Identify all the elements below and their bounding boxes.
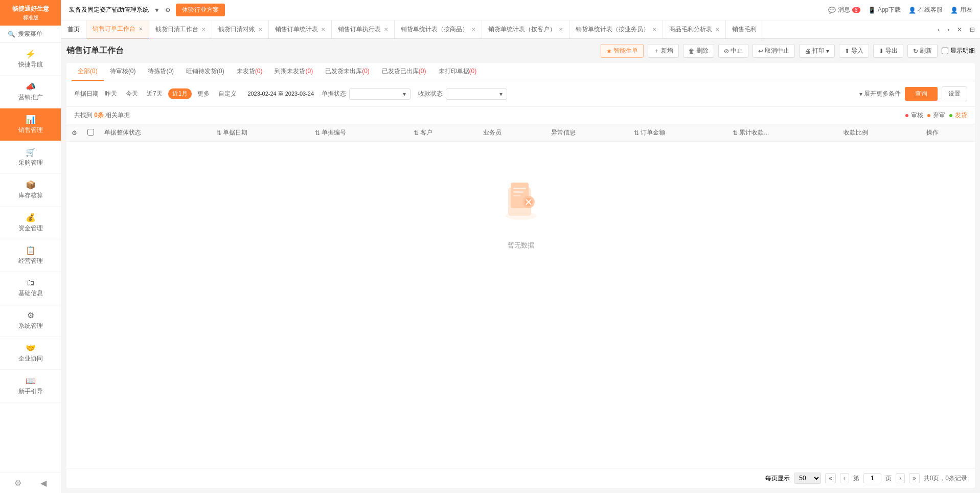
tab-sales-summary-customer[interactable]: 销货单统计表（按客户） ✕ bbox=[482, 20, 569, 39]
filter-tab-not-shipped[interactable]: 未发货(0) bbox=[231, 63, 269, 81]
tab-label: 钱货日清工作台 bbox=[155, 25, 198, 34]
stop-button[interactable]: ⊘ 中止 bbox=[718, 44, 748, 58]
ship-action[interactable]: 发货 bbox=[949, 111, 967, 120]
filter-tab-pending-review[interactable]: 待审核(0) bbox=[104, 63, 142, 81]
sidebar-item-operation[interactable]: 📋 经营管理 bbox=[0, 239, 61, 272]
audit-action[interactable]: 审核 bbox=[905, 111, 923, 120]
tab-cash-daily[interactable]: 钱货日清工作台 ✕ bbox=[149, 20, 212, 39]
tab-close-icon[interactable]: ✕ bbox=[139, 26, 143, 32]
sidebar-item-enterprise[interactable]: 🤝 企业协同 bbox=[0, 337, 61, 370]
shortcut-today[interactable]: 今天 bbox=[123, 88, 141, 99]
th-number[interactable]: ⇅ 单据编号 bbox=[310, 124, 408, 142]
page-input[interactable] bbox=[863, 473, 881, 483]
query-button[interactable]: 查询 bbox=[905, 87, 938, 101]
sidebar-item-system[interactable]: ⚙ 系统管理 bbox=[0, 304, 61, 337]
sidebar-item-sales[interactable]: 📊 销售管理 bbox=[0, 108, 61, 141]
import-button[interactable]: ⬆ 导入 bbox=[839, 44, 869, 58]
tab-next-arrow[interactable]: › bbox=[945, 25, 952, 34]
status-select[interactable]: ▾ bbox=[349, 88, 411, 100]
payment-select[interactable]: ▾ bbox=[446, 88, 507, 100]
per-page-select[interactable]: 10 20 50 100 bbox=[794, 473, 821, 484]
online-service-item[interactable]: 👤 在线客服 bbox=[908, 6, 943, 14]
sidebar-item-purchase[interactable]: 🛒 采购管理 bbox=[0, 141, 61, 174]
filter-actions: ▾ 展开更多条件 查询 设置 bbox=[859, 86, 967, 101]
filter-tab-wangpu[interactable]: 旺铺待发货(0) bbox=[180, 63, 231, 81]
tab-home[interactable]: 首页 bbox=[61, 20, 86, 39]
system-dropdown[interactable]: ▼ bbox=[154, 7, 160, 14]
show-detail-checkbox-wrapper[interactable]: 显示明细 bbox=[942, 47, 975, 55]
th-amount[interactable]: ⇅ 订单金额 bbox=[629, 124, 727, 142]
setting-button[interactable]: 设置 bbox=[942, 86, 967, 101]
sidebar-item-search[interactable]: 🔍 搜索菜单 bbox=[0, 26, 61, 43]
th-settings[interactable]: ⚙ bbox=[66, 124, 82, 142]
filter-tab-shipped-out[interactable]: 已发货已出库(0) bbox=[376, 63, 432, 81]
export-button[interactable]: ⬇ 导出 bbox=[873, 44, 903, 58]
th-collected[interactable]: ⇅ 累计收款... bbox=[727, 124, 838, 142]
tab-sales-summary-staff[interactable]: 销货单统计表（按业务员） ✕ bbox=[569, 20, 663, 39]
tab-close-all[interactable]: ✕ bbox=[954, 25, 965, 34]
th-checkbox[interactable] bbox=[82, 124, 99, 142]
sidebar-item-base[interactable]: 🗂 基础信息 bbox=[0, 272, 61, 304]
sidebar-item-marketing[interactable]: 📣 营销推广 bbox=[0, 76, 61, 108]
tab-sales-summary-product[interactable]: 销货单统计表（按商品） ✕ bbox=[395, 20, 482, 39]
shortcut-last7[interactable]: 近7天 bbox=[144, 88, 166, 99]
tab-close-icon[interactable]: ✕ bbox=[258, 27, 262, 32]
experience-button[interactable]: 体验行业方案 bbox=[176, 4, 225, 16]
message-item[interactable]: 💬 消息 6 bbox=[828, 6, 860, 14]
table-scroll-area[interactable]: ⚙ 单据整体状态 ⇅ 单据日期 bbox=[66, 124, 975, 468]
settings-icon[interactable]: ⚙ bbox=[14, 478, 21, 488]
purchase-icon: 🛒 bbox=[26, 147, 36, 157]
refresh-button[interactable]: ↻ 刷新 bbox=[907, 44, 938, 58]
first-page-button[interactable]: « bbox=[825, 473, 836, 483]
sidebar-item-quick-nav[interactable]: ⚡ 快捷导航 bbox=[0, 43, 61, 76]
tab-sales-stat[interactable]: 销售订单统计表 ✕ bbox=[269, 20, 332, 39]
sidebar-item-guide[interactable]: 📖 新手引导 bbox=[0, 370, 61, 402]
cancel-stop-button[interactable]: ↩ 取消中止 bbox=[753, 44, 795, 58]
next-page-button[interactable]: › bbox=[896, 473, 905, 483]
tab-close-icon[interactable]: ✕ bbox=[652, 27, 656, 32]
shortcut-yesterday[interactable]: 昨天 bbox=[102, 88, 120, 99]
user-item[interactable]: 👤 用友 bbox=[950, 6, 972, 14]
sidebar-item-inventory[interactable]: 📦 库存核算 bbox=[0, 174, 61, 207]
filter-tab-not-printed[interactable]: 未打印单据(0) bbox=[432, 63, 483, 81]
cancel-audit-action[interactable]: 弃审 bbox=[927, 111, 945, 120]
collapse-icon[interactable]: ◀ bbox=[40, 478, 47, 488]
filter-tab-all[interactable]: 全部(0) bbox=[72, 63, 104, 81]
tab-close-icon[interactable]: ✕ bbox=[321, 27, 325, 32]
tab-product-margin[interactable]: 商品毛利分析表 ✕ bbox=[663, 20, 726, 39]
last-page-button[interactable]: » bbox=[909, 473, 920, 483]
prev-page-button[interactable]: ‹ bbox=[840, 473, 849, 483]
filter-tab-overdue[interactable]: 到期未发货(0) bbox=[268, 63, 319, 81]
tab-sales-order-workbench[interactable]: 销售订单工作台 ✕ bbox=[86, 20, 149, 39]
tab-close-icon[interactable]: ✕ bbox=[384, 27, 388, 32]
tab-close-icon[interactable]: ✕ bbox=[559, 27, 563, 32]
expand-conditions-button[interactable]: ▾ 展开更多条件 bbox=[859, 89, 901, 98]
delete-button[interactable]: 🗑 删除 bbox=[683, 44, 714, 58]
date-range-display: 2023-02-24 至 2023-03-24 bbox=[247, 90, 314, 98]
tab-close-icon[interactable]: ✕ bbox=[715, 27, 719, 32]
filter-tab-shipped-not-out[interactable]: 已发货未出库(0) bbox=[319, 63, 376, 81]
orders-table: ⚙ 单据整体状态 ⇅ 单据日期 bbox=[66, 124, 975, 142]
tab-close-icon[interactable]: ✕ bbox=[471, 27, 475, 32]
th-customer[interactable]: ⇅ 客户 bbox=[408, 124, 478, 142]
add-button[interactable]: ＋ 新增 bbox=[648, 44, 679, 58]
print-button[interactable]: 🖨 打印 ▾ bbox=[799, 44, 835, 58]
shortcut-custom[interactable]: 自定义 bbox=[215, 88, 240, 99]
tab-close-icon[interactable]: ✕ bbox=[201, 27, 206, 32]
select-all-checkbox[interactable] bbox=[87, 129, 94, 136]
tab-cash-reconcile[interactable]: 钱货日清对账 ✕ bbox=[212, 20, 269, 39]
settings-icon[interactable]: ⚙ bbox=[165, 7, 171, 14]
tab-expand[interactable]: ⊟ bbox=[967, 25, 977, 34]
tab-sales-profit[interactable]: 销售毛利 bbox=[726, 20, 763, 39]
show-detail-checkbox[interactable] bbox=[942, 48, 948, 54]
smart-generate-button[interactable]: ★ 智能生单 bbox=[601, 44, 644, 58]
app-download-item[interactable]: 📱 App下载 bbox=[868, 6, 901, 14]
shortcut-more[interactable]: 更多 bbox=[194, 88, 213, 99]
tab-prev-arrow[interactable]: ‹ bbox=[935, 25, 942, 34]
th-date[interactable]: ⇅ 单据日期 bbox=[211, 124, 310, 142]
topbar: 装备及固定资产辅助管理系统 ▼ ⚙ 体验行业方案 💬 消息 6 📱 App下载 … bbox=[61, 0, 980, 20]
tab-sales-exec[interactable]: 销售订单执行表 ✕ bbox=[332, 20, 395, 39]
filter-tab-pending-inspection[interactable]: 待拣货(0) bbox=[142, 63, 180, 81]
sidebar-item-finance[interactable]: 💰 资金管理 bbox=[0, 207, 61, 239]
shortcut-last1month[interactable]: 近1月 bbox=[168, 88, 192, 99]
